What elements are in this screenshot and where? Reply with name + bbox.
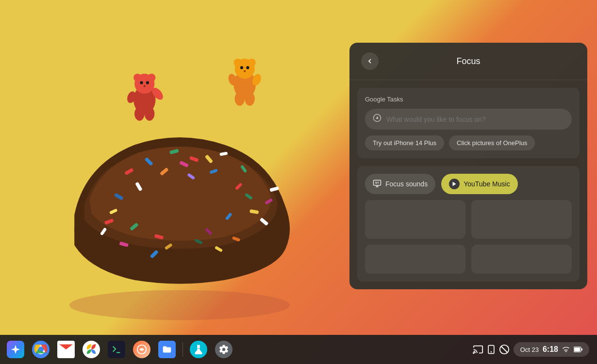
svg-point-45 xyxy=(145,107,155,121)
svg-point-40 xyxy=(146,81,149,84)
focus-sounds-label: Focus sounds xyxy=(385,180,428,188)
task-chip-1[interactable]: Try out iPhone 14 Plus xyxy=(365,135,444,150)
youtube-music-button[interactable]: YouTube Music xyxy=(441,174,517,194)
svg-line-71 xyxy=(501,347,507,353)
focus-panel: Focus Google Tasks Try out iPhone 14 Plu… xyxy=(349,43,587,289)
wifi-icon xyxy=(562,346,570,353)
task-chips: Try out iPhone 14 Plus Click pictures of… xyxy=(365,135,572,150)
task-icon xyxy=(373,114,381,125)
svg-point-37 xyxy=(133,74,142,82)
svg-marker-59 xyxy=(453,182,456,186)
svg-point-44 xyxy=(134,107,145,121)
cast-icon[interactable] xyxy=(473,344,483,355)
donut-illustration xyxy=(29,15,330,325)
svg-point-55 xyxy=(235,92,245,106)
taskbar: Oct 23 6:18 xyxy=(0,335,597,364)
svg-point-49 xyxy=(248,59,256,67)
focus-title: Focus xyxy=(456,56,480,66)
dnd-icon[interactable] xyxy=(499,344,510,355)
focus-input[interactable] xyxy=(386,116,564,123)
youtube-icon xyxy=(449,179,460,189)
task-chip-2[interactable]: Click pictures of OnePlus xyxy=(449,135,535,150)
battery-icon xyxy=(574,346,582,353)
app-gemini[interactable] xyxy=(4,338,27,361)
app-gmail[interactable] xyxy=(54,338,78,361)
focus-input-row[interactable] xyxy=(365,109,572,130)
taskbar-apps xyxy=(4,338,473,361)
placeholder-card-3 xyxy=(365,245,465,274)
tasks-label: Google Tasks xyxy=(365,96,572,103)
svg-rect-73 xyxy=(574,347,580,351)
datetime-block[interactable]: Oct 23 6:18 xyxy=(514,342,589,357)
tasks-section: Google Tasks Try out iPhone 14 Plus Clic… xyxy=(357,88,580,158)
placeholder-grid xyxy=(365,200,572,239)
audio-buttons: Focus sounds YouTube Music xyxy=(365,174,572,194)
app-photos[interactable] xyxy=(80,338,103,361)
svg-point-48 xyxy=(233,59,242,67)
svg-point-41 xyxy=(144,85,146,87)
placeholder-card-4 xyxy=(471,245,572,274)
phone-icon[interactable] xyxy=(486,344,496,355)
svg-rect-74 xyxy=(581,348,582,351)
tray-icons xyxy=(473,344,510,355)
svg-point-51 xyxy=(246,66,249,69)
focus-sounds-icon xyxy=(373,179,381,189)
audio-section: Focus sounds YouTube Music xyxy=(357,166,580,281)
app-chrome[interactable] xyxy=(29,338,52,361)
placeholder-card-2 xyxy=(471,200,572,239)
app-files[interactable] xyxy=(155,338,179,361)
app-lab[interactable] xyxy=(187,338,210,361)
svg-point-67 xyxy=(473,352,474,353)
app-orion[interactable] xyxy=(130,338,153,361)
placeholder-card-1 xyxy=(365,200,465,239)
time-display: 6:18 xyxy=(543,345,558,354)
youtube-music-label: YouTube Music xyxy=(464,180,510,188)
taskbar-separator xyxy=(182,342,183,357)
svg-point-38 xyxy=(148,74,156,82)
back-button[interactable] xyxy=(361,52,379,70)
svg-point-52 xyxy=(244,70,246,72)
system-tray: Oct 23 6:18 xyxy=(473,342,593,357)
focus-sounds-button[interactable]: Focus sounds xyxy=(365,174,435,194)
svg-point-50 xyxy=(240,66,243,69)
app-settings[interactable] xyxy=(212,338,235,361)
date-display: Oct 23 xyxy=(520,346,539,353)
app-terminal[interactable] xyxy=(105,338,128,361)
svg-point-0 xyxy=(69,290,290,320)
svg-point-39 xyxy=(140,81,143,84)
focus-header: Focus xyxy=(349,43,587,80)
svg-point-56 xyxy=(245,92,255,106)
